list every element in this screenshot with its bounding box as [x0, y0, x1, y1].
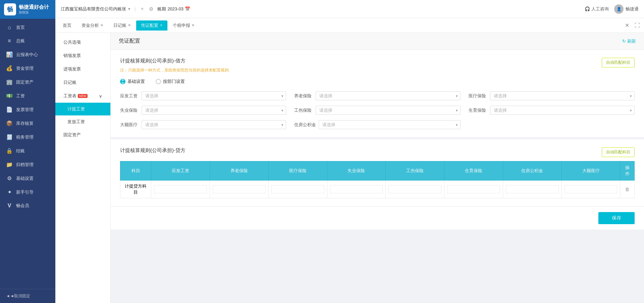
- tab-fund[interactable]: 资金分析 ✕: [77, 20, 108, 31]
- tabbar: 首页 资金分析 ✕ 日记账 ✕ 凭证配置 ✕ 个税申报 ✕ ✕ ⛶: [55, 18, 644, 33]
- funds-icon: 💰: [6, 65, 13, 71]
- row-gsbx-cell: [386, 181, 444, 198]
- row-yfgz-input[interactable]: [154, 185, 207, 193]
- user-info[interactable]: 👤 畅捷通: [614, 4, 639, 14]
- tab-close-button[interactable]: ✕: [624, 21, 631, 30]
- field-ylbx2-select[interactable]: 请选择: [490, 91, 635, 100]
- radio-dept[interactable]: 按部门设置: [156, 79, 185, 85]
- left-panel-item-payroll[interactable]: 工资表 NEW ∨: [55, 89, 110, 103]
- field-ylbx-select-wrapper: 请选择 ▾: [316, 91, 460, 100]
- headset-icon: 🎧: [585, 6, 590, 11]
- left-panel-item-label: 公共选项: [63, 40, 81, 45]
- sidebar-item-label: 畅会员: [16, 203, 29, 209]
- tab-home[interactable]: 首页: [58, 20, 76, 31]
- row-daly-input[interactable]: [565, 185, 618, 193]
- logo-icon: 畅: [4, 3, 16, 15]
- sidebar-item-invoice[interactable]: 📄 发票管理: [0, 103, 55, 116]
- field-yfgz-select[interactable]: 请选择: [142, 91, 286, 100]
- gear-icon[interactable]: ⚙: [149, 6, 153, 12]
- field-zfgjj-select-wrapper: 请选择 ▾: [319, 120, 460, 129]
- guide-icon: ✦: [6, 189, 13, 195]
- topbar-divider: |: [135, 6, 136, 11]
- field-sybx2-select[interactable]: 请选择: [490, 106, 635, 115]
- logo-sub: 旗舰版: [19, 10, 49, 15]
- row-sybx-input[interactable]: [330, 185, 383, 193]
- company-name: 江西服宝精品有限责任公司内账张: [61, 6, 126, 12]
- user-name: 畅捷通: [626, 6, 639, 12]
- vip-icon: V: [6, 203, 13, 209]
- logo: 畅 畅捷通好会计 旗舰版: [0, 0, 55, 19]
- tab-journal[interactable]: 日记账 ✕: [109, 20, 136, 31]
- field-ylbx2: 医疗保险 请选择 ▾: [469, 91, 635, 100]
- credit-table: 科目 应发工资 养老保险 医疗保险 失业保险 工伤保险 生育保险 住房公积金 大…: [120, 161, 635, 198]
- sidebar-item-inventory[interactable]: 📦 库存核算: [0, 116, 55, 130]
- sidebar-item-funds[interactable]: 💰 资金管理: [0, 61, 55, 75]
- left-panel-item-journal[interactable]: 日记账: [55, 76, 110, 89]
- sidebar-item-salary[interactable]: 💵 工资: [0, 89, 55, 103]
- debit-auto-match-button[interactable]: 自动匹配科目: [602, 58, 635, 67]
- row-ylbx2-input[interactable]: [271, 185, 324, 193]
- tab-journal-close[interactable]: ✕: [128, 23, 131, 28]
- tab-voucher[interactable]: 凭证配置 ✕: [136, 20, 167, 31]
- field-zfgjj-label: 住房公积金: [294, 122, 316, 128]
- sidebar-item-vip[interactable]: V 畅会员: [0, 199, 55, 212]
- field-sybx-select[interactable]: 请选择: [142, 106, 286, 115]
- sidebar-item-reports[interactable]: 📊 云报表中心: [0, 48, 55, 61]
- field-daly-select-wrapper: 请选择 ▾: [142, 120, 286, 129]
- sidebar-item-label: 税务管理: [16, 134, 34, 140]
- close-account-icon: 🔒: [6, 148, 13, 154]
- debit-form-grid: 应发工资 请选择 ▾ 养老保险 请选择: [120, 91, 635, 129]
- col-gsbx: 工伤保险: [386, 161, 444, 181]
- field-sybx2: 生育保险 请选择 ▾: [469, 106, 635, 115]
- left-panel-subitem-pay[interactable]: 发放工资: [55, 115, 110, 128]
- settings-icon: ⚙: [6, 175, 13, 182]
- sidebar-item-assets[interactable]: 🏢 固定资产: [0, 75, 55, 89]
- field-daly: 大额医疗 请选择 ▾: [120, 120, 286, 129]
- inventory-icon: 📦: [6, 120, 13, 127]
- left-panel-subitem-accrue[interactable]: 计提工资: [55, 103, 110, 115]
- sidebar-item-tax[interactable]: 🧾 税务管理: [0, 130, 55, 144]
- sidebar-item-label: 结账: [16, 148, 25, 154]
- add-icon[interactable]: ＋: [140, 5, 145, 12]
- tab-voucher-close[interactable]: ✕: [160, 23, 163, 28]
- radio-basic[interactable]: 基础设置: [120, 79, 145, 85]
- left-panel-item-sales[interactable]: 销项发票: [55, 49, 110, 62]
- refresh-button[interactable]: ↻ 刷新: [622, 38, 636, 44]
- tab-fund-close[interactable]: ✕: [100, 23, 103, 28]
- left-panel-item-public[interactable]: 公共选项: [55, 36, 110, 49]
- table-header-row: 科目 应发工资 养老保险 医疗保险 失业保险 工伤保险 生育保险 住房公积金 大…: [120, 161, 635, 181]
- sidebar-item-guide[interactable]: ✦ 新手引导: [0, 185, 55, 199]
- sidebar-item-general[interactable]: ≡ 总账: [0, 34, 55, 48]
- row-ylbx-input[interactable]: [213, 185, 266, 193]
- sidebar-footer-toggle[interactable]: ◄◄取消固定: [0, 289, 55, 303]
- row-gsbx-input[interactable]: [388, 185, 441, 193]
- field-gsbx-label: 工伤保险: [294, 107, 313, 113]
- sidebar-item-archive[interactable]: 📁 归档管理: [0, 158, 55, 171]
- sidebar-item-label: 首页: [16, 24, 25, 31]
- sidebar-item-label: 工资: [16, 93, 25, 99]
- service-button[interactable]: 🎧 人工咨询: [585, 6, 609, 12]
- sidebar-item-home[interactable]: ⌂ 首页: [0, 21, 55, 34]
- save-button[interactable]: 保存: [598, 212, 635, 224]
- field-daly-select[interactable]: 请选择: [142, 120, 286, 129]
- calendar-icon[interactable]: 📅: [185, 6, 190, 11]
- field-zfgjj-select[interactable]: 请选择: [319, 120, 460, 129]
- left-panel-item-fixed-assets[interactable]: 固定资产: [55, 128, 110, 142]
- company-selector[interactable]: 江西服宝精品有限责任公司内账张 ▾: [61, 6, 130, 12]
- tab-tax-close[interactable]: ✕: [192, 23, 195, 28]
- field-ylbx-select[interactable]: 请选择: [316, 91, 460, 100]
- left-panel-item-purchase[interactable]: 进项发票: [55, 62, 110, 76]
- tab-expand-button[interactable]: ⛶: [633, 21, 641, 30]
- row-sybx2-input[interactable]: [447, 185, 500, 193]
- field-sybx2-label: 生育保险: [469, 107, 487, 113]
- credit-auto-match-button[interactable]: 自动匹配科目: [602, 147, 635, 157]
- radio-dept-label: 按部门设置: [163, 79, 185, 85]
- row-subject-label: 计提贷方科目: [120, 181, 151, 198]
- assets-icon: 🏢: [6, 79, 13, 85]
- sidebar-item-close[interactable]: 🔒 结账: [0, 144, 55, 158]
- sidebar-item-settings[interactable]: ⚙ 基础设置: [0, 171, 55, 185]
- tab-tax[interactable]: 个税申报 ✕: [168, 20, 199, 31]
- row-zfgjj-input[interactable]: [506, 185, 559, 193]
- field-gsbx-select[interactable]: 请选择: [316, 106, 460, 115]
- delete-row-button[interactable]: 🗑: [625, 187, 630, 192]
